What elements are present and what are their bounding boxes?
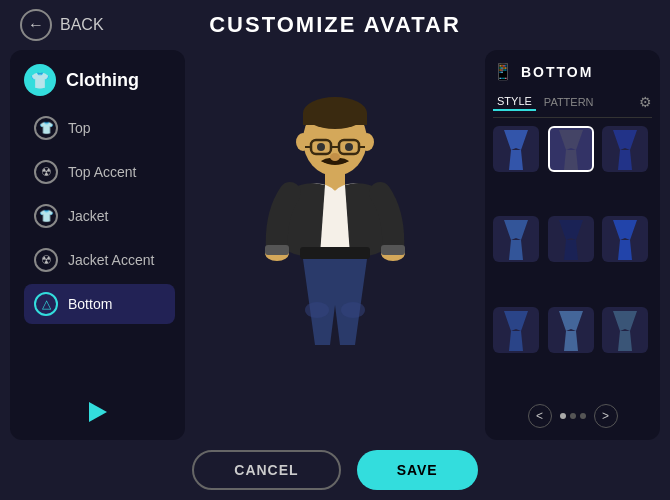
pagination-row: < > [493, 400, 652, 428]
back-label: BACK [60, 16, 104, 34]
phone-icon: 📱 [493, 62, 513, 81]
clothing-label: Clothing [66, 70, 139, 91]
top-icon: 👕 [34, 116, 58, 140]
grid-item-4[interactable] [493, 216, 539, 262]
svg-point-13 [330, 153, 340, 161]
avatar-container [225, 75, 445, 415]
menu-item-top-accent-label: Top Accent [68, 164, 137, 180]
avatar-panel [195, 50, 475, 440]
next-arrow[interactable] [20, 392, 175, 426]
grid-item-9[interactable] [602, 307, 648, 353]
prev-page-button[interactable]: < [528, 404, 552, 428]
items-grid [493, 126, 652, 392]
svg-rect-17 [265, 245, 289, 255]
menu-item-jacket-accent-label: Jacket Accent [68, 252, 154, 268]
jacket-icon: 👕 [34, 204, 58, 228]
grid-item-1[interactable] [493, 126, 539, 172]
left-panel: 👕 Clothing 👕 Top ☢ Top Accent 👕 Jacket ☢… [10, 50, 185, 440]
svg-point-4 [296, 133, 310, 151]
menu-item-bottom-label: Bottom [68, 296, 112, 312]
back-button[interactable]: ← BACK [20, 9, 104, 41]
right-panel: 📱 BOTTOM STYLE PATTERN ⚙ [485, 50, 660, 440]
right-section-title: BOTTOM [521, 64, 593, 80]
back-circle-icon: ← [20, 9, 52, 41]
tab-style[interactable]: STYLE [493, 93, 536, 111]
page-title: CUSTOMIZE AVATAR [209, 12, 461, 38]
svg-point-12 [345, 143, 353, 151]
clothing-icon: 👕 [24, 64, 56, 96]
menu-item-bottom[interactable]: △ Bottom [24, 284, 175, 324]
footer: CANCEL SAVE [0, 440, 670, 500]
svg-point-20 [305, 302, 329, 318]
settings-icon[interactable]: ⚙ [639, 94, 652, 110]
svg-point-5 [360, 133, 374, 151]
grid-item-3[interactable] [602, 126, 648, 172]
jacket-accent-icon: ☢ [34, 248, 58, 272]
svg-rect-19 [381, 245, 405, 255]
menu-items: 👕 Top ☢ Top Accent 👕 Jacket ☢ Jacket Acc… [20, 108, 175, 324]
clothing-header: 👕 Clothing [20, 64, 175, 96]
tab-pattern[interactable]: PATTERN [540, 94, 598, 110]
menu-item-jacket[interactable]: 👕 Jacket [24, 196, 175, 236]
svg-point-21 [341, 302, 365, 318]
save-button[interactable]: SAVE [357, 450, 478, 490]
tabs-row: STYLE PATTERN ⚙ [493, 93, 652, 118]
grid-item-5[interactable] [548, 216, 594, 262]
avatar-svg [235, 85, 435, 405]
cancel-button[interactable]: CANCEL [192, 450, 340, 490]
page-dots [560, 413, 586, 419]
dot-3 [580, 413, 586, 419]
svg-rect-15 [300, 247, 370, 259]
dot-1 [560, 413, 566, 419]
menu-item-top-accent[interactable]: ☢ Top Accent [24, 152, 175, 192]
menu-item-top[interactable]: 👕 Top [24, 108, 175, 148]
bottom-icon: △ [34, 292, 58, 316]
svg-point-11 [317, 143, 325, 151]
menu-item-jacket-accent[interactable]: ☢ Jacket Accent [24, 240, 175, 280]
right-header: 📱 BOTTOM [493, 62, 652, 85]
top-accent-icon: ☢ [34, 160, 58, 184]
dot-2 [570, 413, 576, 419]
menu-item-top-label: Top [68, 120, 91, 136]
menu-item-jacket-label: Jacket [68, 208, 108, 224]
arrow-right-icon [89, 402, 107, 422]
header: ← BACK CUSTOMIZE AVATAR [0, 0, 670, 50]
grid-item-7[interactable] [493, 307, 539, 353]
main-content: 👕 Clothing 👕 Top ☢ Top Accent 👕 Jacket ☢… [0, 50, 670, 440]
grid-item-8[interactable] [548, 307, 594, 353]
next-page-button[interactable]: > [594, 404, 618, 428]
svg-rect-3 [303, 113, 367, 125]
grid-item-2[interactable] [548, 126, 594, 172]
grid-item-6[interactable] [602, 216, 648, 262]
